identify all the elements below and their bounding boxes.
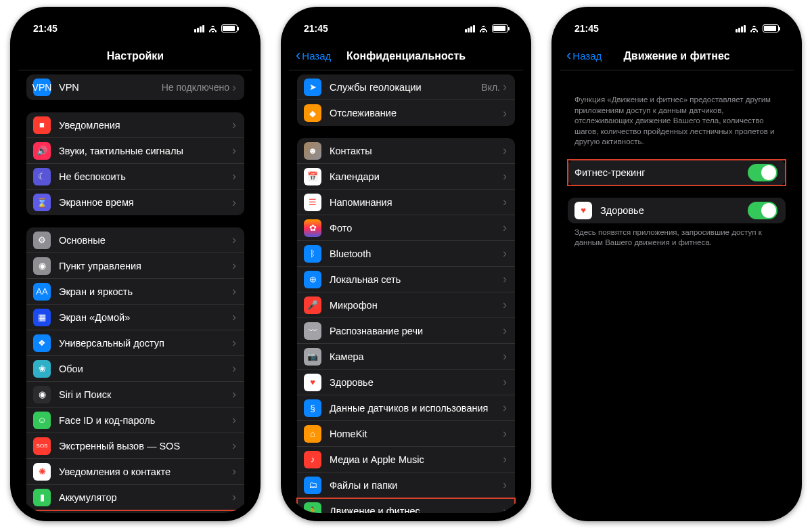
row-mic-icon[interactable]: 🎤Микрофон›	[297, 292, 515, 318]
row-Фитнес-трекинг[interactable]: Фитнес-трекинг	[568, 160, 786, 185]
row-battery-icon[interactable]: ▮Аккумулятор›	[26, 485, 244, 510]
row-photos-icon[interactable]: ✿Фото›	[297, 215, 515, 241]
status-icons	[194, 24, 238, 32]
row-calendar-icon[interactable]: 📅Календари›	[297, 164, 515, 190]
row-bell-icon[interactable]: ■Уведомления›	[26, 112, 244, 138]
localnet-icon: ⊕	[304, 271, 321, 288]
row-exposure-icon[interactable]: ✺Уведомления о контакте›	[26, 459, 244, 485]
row-label: Экранное время	[59, 197, 232, 208]
row-tracking-icon[interactable]: ◆Отслеживание›	[297, 100, 515, 126]
content[interactable]: VPN VPN Не подключено › ■Уведомления›🔊Зв…	[18, 70, 252, 513]
row-label: Экран и яркость	[59, 286, 232, 297]
chevron-right-icon: ›	[232, 284, 236, 299]
row-vpn[interactable]: VPN VPN Не подключено ›	[26, 74, 244, 100]
row-label: VPN	[59, 82, 162, 93]
dnd-icon: ☾	[33, 168, 51, 185]
row-label: Bluetooth	[330, 248, 503, 259]
contacts-icon: ☻	[304, 142, 321, 160]
group-general: ⚙Основные›◉Пункт управления›AAЭкран и яр…	[26, 227, 244, 513]
row-bluetooth-icon[interactable]: ᛒBluetooth›	[297, 241, 515, 267]
phone-3: 21:45 ‹Назад Движение и фитнес Функция «…	[551, 7, 802, 521]
files-icon: 🗂	[304, 477, 321, 494]
content[interactable]: ➤Службы геолокацииВкл.›◆Отслеживание› ☻К…	[289, 70, 523, 513]
photos-icon: ✿	[304, 219, 321, 237]
row-speech-icon[interactable]: 〰Распознавание речи›	[297, 318, 515, 344]
row-privacy-icon[interactable]: ✋Конфиденциальность›	[26, 510, 244, 513]
row-display-icon[interactable]: AAЭкран и яркость›	[26, 279, 244, 305]
screen-motion: 21:45 ‹Назад Движение и фитнес Функция «…	[560, 15, 794, 513]
row-label: Здоровье	[600, 205, 748, 216]
row-label: Звуки, тактильные сигналы	[59, 146, 232, 156]
row-label: Экстренный вызов — SOS	[59, 441, 232, 452]
homekit-icon: ⌂	[304, 425, 321, 443]
chevron-right-icon: ›	[503, 298, 507, 312]
row-contacts-icon[interactable]: ☻Контакты›	[297, 138, 515, 164]
row-sound-icon[interactable]: 🔊Звуки, тактильные сигналы›	[26, 138, 244, 164]
row-label: Камера	[330, 351, 503, 362]
notch	[623, 7, 731, 24]
row-media-icon[interactable]: ♪Медиа и Apple Music›	[297, 447, 515, 472]
navbar: Настройки	[18, 42, 252, 70]
toggle-switch[interactable]	[748, 164, 777, 181]
row-accessibility-icon[interactable]: ❖Универсальный доступ›	[26, 330, 244, 356]
siri-icon: ◉	[33, 386, 51, 403]
chevron-right-icon: ›	[232, 169, 236, 183]
row-wallpaper-icon[interactable]: ❀Обои›	[26, 356, 244, 382]
signal-icon	[736, 25, 746, 32]
row-homekit-icon[interactable]: ⌂HomeKit›	[297, 421, 515, 447]
row-faceid-icon[interactable]: ☺Face ID и код-пароль›	[26, 408, 244, 433]
chevron-right-icon: ›	[232, 144, 236, 158]
toggle-switch[interactable]	[748, 202, 777, 219]
row-reminders-icon[interactable]: ☰Напоминания›	[297, 190, 515, 215]
row-home-icon[interactable]: ▦Экран «Домой»›	[26, 305, 244, 330]
row-location-icon[interactable]: ➤Службы геолокацииВкл.›	[297, 74, 515, 100]
row-label: Экран «Домой»	[59, 312, 232, 323]
row-health-icon[interactable]: ♥Здоровье›	[297, 370, 515, 395]
row-motion-icon[interactable]: 🏃Движение и фитнес›	[297, 498, 515, 513]
chevron-right-icon: ›	[503, 349, 507, 364]
calendar-icon: 📅	[304, 168, 321, 185]
row-siri-icon[interactable]: ◉Siri и Поиск›	[26, 382, 244, 408]
battery-icon	[492, 24, 508, 32]
group-apps: ☻Контакты›📅Календари›☰Напоминания›✿Фото›…	[297, 138, 515, 513]
row-camera-icon[interactable]: 📷Камера›	[297, 344, 515, 370]
group-health: ♥Здоровье	[568, 198, 786, 223]
battery-icon	[763, 24, 779, 32]
row-screentime-icon[interactable]: ⌛Экранное время›	[26, 190, 244, 215]
tracking-icon: ◆	[304, 104, 321, 122]
content[interactable]: Функция «Движение и фитнес» предоставляе…	[560, 70, 794, 513]
back-label: Назад	[302, 50, 331, 62]
row-label: Не беспокоить	[59, 171, 232, 182]
navbar: ‹Назад Конфиденциальность	[289, 42, 523, 70]
row-dnd-icon[interactable]: ☾Не беспокоить›	[26, 164, 244, 190]
row-sos-icon[interactable]: SOSЭкстренный вызов — SOS›	[26, 433, 244, 459]
row-health-icon[interactable]: ♥Здоровье	[568, 198, 786, 223]
back-button[interactable]: ‹Назад	[566, 50, 602, 62]
back-label: Назад	[572, 50, 602, 62]
row-files-icon[interactable]: 🗂Файлы и папки›	[297, 472, 515, 498]
screentime-icon: ⌛	[33, 194, 51, 211]
chevron-right-icon: ›	[232, 233, 236, 247]
row-localnet-icon[interactable]: ⊕Локальная сеть›	[297, 267, 515, 292]
screen-privacy: 21:45 ‹Назад Конфиденциальность ➤Службы …	[289, 15, 523, 513]
row-label: Контакты	[330, 146, 503, 156]
row-label: Фитнес-трекинг	[574, 167, 748, 178]
sos-icon: SOS	[33, 437, 51, 455]
back-button[interactable]: ‹Назад	[296, 50, 331, 62]
mic-icon: 🎤	[304, 296, 321, 314]
row-general-icon[interactable]: ⚙Основные›	[26, 227, 244, 253]
status-icons	[465, 24, 508, 32]
row-label: Аккумулятор	[59, 492, 232, 503]
row-control-icon[interactable]: ◉Пункт управления›	[26, 253, 244, 279]
row-label: Здоровье	[330, 377, 503, 388]
wifi-icon	[749, 25, 759, 32]
wifi-icon	[478, 25, 489, 32]
battery-icon: ▮	[33, 489, 51, 506]
row-label: Пункт управления	[59, 261, 232, 271]
signal-icon	[194, 25, 204, 32]
sound-icon: 🔊	[33, 142, 51, 160]
row-sensor-icon[interactable]: §Данные датчиков и использования›	[297, 395, 515, 421]
row-label: Siri и Поиск	[59, 389, 232, 400]
chevron-right-icon: ›	[232, 81, 236, 95]
chevron-right-icon: ›	[232, 413, 236, 427]
